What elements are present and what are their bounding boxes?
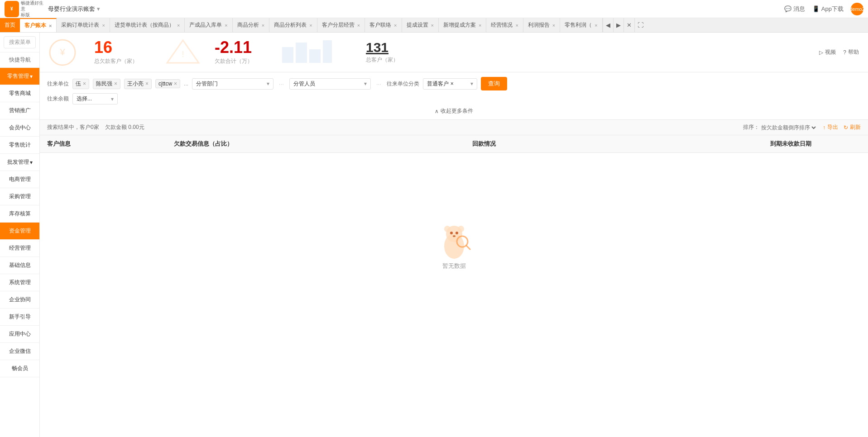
- balance-select[interactable]: 选择... ▾: [72, 93, 118, 104]
- query-button[interactable]: 查询: [481, 77, 507, 90]
- close-icon[interactable]: ×: [357, 23, 360, 28]
- sort-select[interactable]: 按欠款金额倒序排序: [759, 124, 817, 131]
- sidebar-item-inventory[interactable]: 库存核算: [0, 205, 39, 223]
- sidebar-quick-nav[interactable]: 快捷导航: [0, 52, 39, 68]
- tab-customer-contact[interactable]: 客户联络 ×: [365, 18, 402, 33]
- svg-rect-6: [309, 49, 321, 63]
- close-icon[interactable]: ×: [114, 81, 117, 87]
- sidebar-item-wechat[interactable]: 企业微信: [0, 343, 39, 360]
- tab-close-all[interactable]: ✕: [623, 18, 634, 33]
- sidebar-item-wholesale[interactable]: 批发管理 ▾: [0, 154, 39, 171]
- tab-profit-report[interactable]: 利润报告 ×: [523, 18, 560, 33]
- close-icon[interactable]: ×: [394, 23, 397, 28]
- chevron-down-icon: ▾: [470, 81, 473, 87]
- close-icon[interactable]: ×: [49, 23, 52, 28]
- sidebar-item-collab[interactable]: 企业协同: [0, 291, 39, 309]
- app-download-button[interactable]: 📱 App下载: [812, 5, 844, 13]
- sidebar: 搜索菜单 快捷导航 零售管理 ▾ 零售商城 营销推广 会员中心 零售统计 批发管…: [0, 33, 40, 437]
- search-menu-button[interactable]: 搜索菜单: [4, 36, 36, 48]
- tab-stock-stat[interactable]: 进货单统计表（按商品） ×: [110, 18, 185, 33]
- sidebar-item-basic-info[interactable]: 基础信息: [0, 257, 39, 274]
- close-icon[interactable]: ×: [102, 23, 105, 28]
- tab-production[interactable]: 产成品入库单 ×: [185, 18, 232, 33]
- close-icon[interactable]: ×: [83, 81, 86, 87]
- sidebar-item-changhui[interactable]: 畅会员: [0, 360, 39, 377]
- tab-commission-settings[interactable]: 提成设置 ×: [402, 18, 439, 33]
- svg-point-13: [456, 232, 458, 234]
- tab-customers[interactable]: 客户账本 ×: [20, 18, 57, 33]
- user-menu[interactable]: demo2: [851, 3, 863, 15]
- sidebar-item-system[interactable]: 系统管理: [0, 274, 39, 291]
- sidebar-item-finance[interactable]: 资金管理: [0, 223, 39, 240]
- stats-icon-left: ¥: [49, 39, 81, 66]
- export-button[interactable]: ↑ 导出: [823, 124, 838, 131]
- tab-customer-layer[interactable]: 客户分层经营 ×: [317, 18, 365, 33]
- dept-select[interactable]: 分管部门 ▾: [192, 78, 273, 90]
- divider2: ···: [376, 81, 381, 87]
- tab-scroll-right[interactable]: ▶: [613, 18, 623, 33]
- svg-rect-5: [296, 43, 307, 63]
- close-icon[interactable]: ×: [431, 23, 434, 28]
- filter-tag-1: 伍 ×: [72, 79, 89, 89]
- sidebar-item-retail-stats[interactable]: 零售统计: [0, 137, 39, 154]
- tab-fullscreen[interactable]: ⛶: [634, 18, 646, 33]
- data-table: 客户信息 欠款交易信息（占比） 回款情况 到期未收款日期: [40, 135, 868, 437]
- close-icon[interactable]: ×: [595, 23, 597, 28]
- stat-debt: -2.11 欠款合计（万）: [210, 39, 271, 65]
- tab-home[interactable]: 首页: [0, 18, 20, 33]
- sidebar-item-ecommerce[interactable]: 电商管理: [0, 171, 39, 188]
- tab-operations[interactable]: 经营情况 ×: [486, 18, 523, 33]
- tab-scroll-left[interactable]: ◀: [603, 18, 613, 33]
- table-body: 暂无数据: [40, 153, 868, 334]
- close-icon[interactable]: ×: [225, 23, 227, 28]
- sidebar-item-marketing[interactable]: 营销推广: [0, 102, 39, 119]
- tab-purchase-order[interactable]: 采购订单统计表 ×: [57, 18, 110, 33]
- svg-point-14: [453, 235, 456, 237]
- sidebar-item-members[interactable]: 会员中心: [0, 119, 39, 137]
- person-select[interactable]: 分管人员 ▾: [289, 78, 371, 90]
- close-icon[interactable]: ×: [479, 23, 481, 28]
- filter-tag-3: 王小亮 ×: [124, 79, 152, 89]
- total-customers-label: 总客户（家）: [366, 56, 398, 64]
- play-icon: ▷: [819, 49, 823, 56]
- tab-product-list[interactable]: 商品分析列表 ×: [269, 18, 317, 33]
- close-icon[interactable]: ×: [262, 23, 264, 28]
- svg-rect-4: [282, 47, 293, 63]
- message-icon: 💬: [784, 5, 791, 12]
- store-selector[interactable]: 母婴行业演示账套 ▾: [44, 5, 104, 13]
- collapse-button[interactable]: ∧ 收起更多条件: [47, 107, 861, 115]
- logo-icon: ¥: [5, 1, 19, 17]
- sidebar-item-operations[interactable]: 经营管理: [0, 240, 39, 257]
- tab-retail-profit[interactable]: 零售利润（ ×: [560, 18, 602, 33]
- sidebar-item-guide[interactable]: 新手引导: [0, 309, 39, 326]
- close-icon[interactable]: ×: [174, 81, 177, 87]
- more-tags-button[interactable]: ...: [184, 81, 188, 87]
- total-customers-value: 131: [366, 41, 388, 54]
- close-icon[interactable]: ×: [177, 23, 180, 28]
- messages-button[interactable]: 💬 消息: [784, 5, 805, 13]
- logo-text: 畅捷通好生意 标版: [21, 0, 45, 18]
- unit-type-select[interactable]: 普通客户 × ▾: [423, 78, 477, 90]
- sidebar-item-purchase[interactable]: 采购管理: [0, 188, 39, 205]
- video-button[interactable]: ▷ 视频: [819, 48, 836, 56]
- close-icon[interactable]: ×: [145, 81, 149, 87]
- stats-icon-right: [271, 38, 361, 66]
- sidebar-item-retail-mall[interactable]: 零售商城: [0, 85, 39, 102]
- filter-row-2: 往来余额 选择... ▾: [47, 93, 861, 104]
- help-button[interactable]: ? 帮助: [843, 48, 859, 56]
- logo-area: ¥ 畅捷通好生意 标版: [5, 0, 44, 18]
- chevron-down-icon: ▾: [111, 96, 114, 102]
- result-bar: 搜索结果中，客户0家 欠款金额 0.00元 排序： 按欠款金额倒序排序 ↑ 导出…: [40, 120, 868, 135]
- tab-bar: 首页 客户账本 × 采购订单统计表 × 进货单统计表（按商品） × 产成品入库单…: [0, 18, 868, 33]
- refresh-button[interactable]: ↻ 刷新: [844, 124, 861, 131]
- unit-filter-label: 往来单位: [47, 80, 69, 88]
- tab-product-analysis[interactable]: 商品分析 ×: [233, 18, 269, 33]
- sidebar-item-retail[interactable]: 零售管理 ▾: [0, 68, 39, 85]
- sidebar-item-app-center[interactable]: 应用中心: [0, 326, 39, 343]
- close-icon[interactable]: ×: [515, 23, 518, 28]
- tab-new-commission[interactable]: 新增提成方案 ×: [439, 18, 486, 33]
- close-icon[interactable]: ×: [309, 23, 312, 28]
- close-icon[interactable]: ×: [451, 81, 454, 87]
- chevron-down-icon: ▾: [364, 81, 367, 87]
- close-icon[interactable]: ×: [552, 23, 555, 28]
